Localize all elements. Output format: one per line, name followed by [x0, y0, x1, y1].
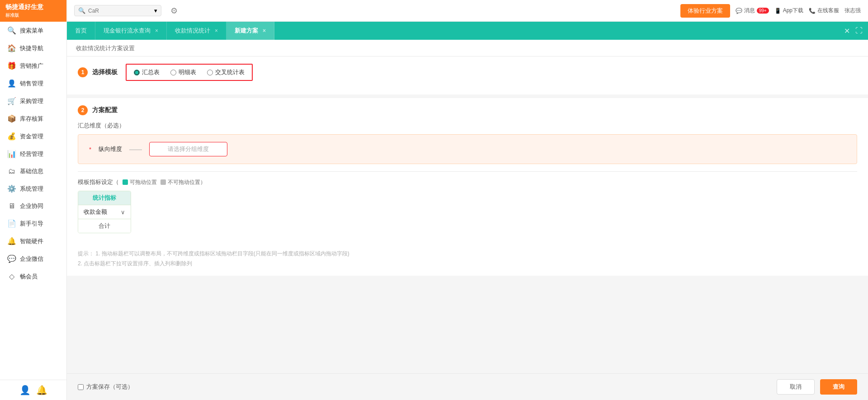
- sidebar-item-marketing[interactable]: 🎁营销推广: [0, 57, 66, 75]
- sidebar-item-operations[interactable]: 📊经营管理: [0, 145, 66, 163]
- user-bottom-icon[interactable]: 👤: [19, 385, 31, 395]
- metrics-dropdown-btn[interactable]: ∨: [121, 209, 125, 216]
- search-icon: 🔍: [7, 26, 16, 35]
- cross-label: 交叉统计表: [215, 68, 245, 76]
- sidebar-item-basic[interactable]: 🗂基础信息: [0, 163, 66, 180]
- metrics-row[interactable]: 收款金额 ∨: [78, 205, 131, 219]
- industry-btn[interactable]: 体验行业方案: [680, 4, 730, 18]
- radio-summary[interactable]: [134, 70, 140, 75]
- sidebar-item-quick-nav[interactable]: 🏠快捷导航: [0, 39, 66, 57]
- sidebar-item-purchase[interactable]: 🛒采购管理: [0, 92, 66, 110]
- basic-icon: 🗂: [7, 167, 16, 175]
- fixed-badge: 不可拖动位置）: [160, 179, 206, 186]
- close-window-icon[interactable]: ✕: [844, 27, 850, 35]
- message-badge: 99+: [757, 8, 769, 14]
- tab-label-home: 首页: [75, 27, 87, 35]
- sidebar-label-marketing: 营销推广: [20, 62, 43, 70]
- tab-close-bank-flow[interactable]: ×: [155, 28, 158, 33]
- sidebar-item-finance[interactable]: 💰资金管理: [0, 127, 66, 145]
- sidebar-item-wechat[interactable]: 💬企业微信: [0, 250, 66, 268]
- sidebar-item-member[interactable]: ◇畅会员: [0, 268, 66, 285]
- metrics-total: 合计: [78, 219, 131, 233]
- topbar-search-box[interactable]: 🔍 ▾: [74, 5, 161, 16]
- tab-new-plan[interactable]: 新建方案×: [226, 22, 274, 40]
- quick-nav-icon: 🏠: [7, 44, 16, 52]
- inventory-icon: 📦: [7, 114, 16, 123]
- tab-label-collection-stat: 收款情况统计: [175, 27, 210, 35]
- topbar: 🔍 ▾ ⚙ 体验行业方案 💬 消息 99+ 📱 App下载 📞 在线客服 张志强: [67, 0, 868, 22]
- gear-button[interactable]: ⚙: [169, 6, 179, 16]
- sidebar-item-system[interactable]: ⚙️系统管理: [0, 180, 66, 198]
- expand-window-icon[interactable]: ⛶: [855, 27, 863, 35]
- finance-icon: 💰: [7, 132, 16, 141]
- tab-bank-flow[interactable]: 现金银行流水查询×: [95, 22, 167, 40]
- sidebar-item-inventory[interactable]: 📦库存核算: [0, 110, 66, 127]
- save-label: 方案保存（可选）: [86, 383, 133, 391]
- vertical-dimension-label: 纵向维度: [99, 145, 122, 153]
- fixed-dot: [160, 179, 166, 185]
- movable-label: 可拖动位置: [130, 179, 157, 186]
- online-service-item[interactable]: 📞 在线客服: [809, 7, 839, 14]
- metrics-table: 统计指标 收款金额 ∨ 合计: [78, 191, 131, 233]
- tab-collection-stat[interactable]: 收款情况统计×: [167, 22, 226, 40]
- step1-title: 选择模板: [92, 68, 118, 76]
- page-footer: 方案保存（可选） 取消 查询: [67, 373, 868, 400]
- summary-label: 汇总表: [142, 68, 160, 76]
- app-download-item[interactable]: 📱 App下载: [774, 7, 803, 14]
- sidebar-item-sales[interactable]: 👤销售管理: [0, 75, 66, 92]
- user-name[interactable]: 张志强: [844, 7, 861, 14]
- sidebar-logo-sub: 标准版: [5, 12, 43, 19]
- fixed-label: 不可拖动位置）: [168, 179, 206, 186]
- sidebar-item-guide[interactable]: 📄新手引导: [0, 215, 66, 232]
- page-content: 收款情况统计方案设置 1 选择模板 汇总表 明细表: [67, 40, 868, 373]
- online-service-label: 在线客服: [817, 7, 839, 14]
- radio-detail[interactable]: [170, 70, 176, 75]
- cancel-button[interactable]: 取消: [777, 379, 815, 395]
- sidebar-label-sales: 销售管理: [20, 80, 43, 88]
- tab-close-collection-stat[interactable]: ×: [215, 28, 218, 33]
- service-icon: 📞: [809, 8, 816, 14]
- tab-close-new-plan[interactable]: ×: [263, 28, 266, 33]
- page-header: 收款情况统计方案设置: [67, 40, 868, 56]
- template-detail[interactable]: 明细表: [170, 68, 196, 76]
- sidebar-bottom: 👤 🔔: [0, 380, 66, 400]
- search-input[interactable]: [88, 8, 151, 14]
- save-checkbox[interactable]: [78, 384, 84, 390]
- tab-label-new-plan: 新建方案: [235, 27, 258, 35]
- save-checkbox-label[interactable]: 方案保存（可选）: [78, 383, 133, 391]
- sidebar-label-search: 搜索菜单: [20, 27, 43, 35]
- movable-dot: [123, 179, 128, 185]
- wechat-icon: 💬: [7, 254, 16, 263]
- guide-icon: 📄: [7, 219, 16, 228]
- radio-cross[interactable]: [207, 70, 213, 75]
- dimension-label: 汇总维度（必选）: [78, 122, 857, 130]
- metrics-label: 模板指标设定（: [78, 178, 119, 186]
- sidebar-label-finance: 资金管理: [20, 132, 43, 141]
- query-button[interactable]: 查询: [820, 379, 857, 395]
- template-cross[interactable]: 交叉统计表: [207, 68, 245, 76]
- system-icon: ⚙️: [7, 184, 16, 193]
- sidebar-item-search[interactable]: 🔍搜索菜单: [0, 22, 66, 39]
- message-item[interactable]: 💬 消息 99+: [736, 7, 769, 14]
- sidebar-label-operations: 经营管理: [20, 150, 43, 158]
- hint-text: 2. 点击标题栏下拉可设置排序、插入列和删除列: [78, 259, 857, 269]
- sidebar-item-collab[interactable]: 🖥企业协同: [0, 198, 66, 215]
- message-label: 消息: [744, 7, 755, 14]
- message-icon: 💬: [736, 8, 742, 14]
- sidebar-label-inventory: 库存核算: [20, 115, 43, 123]
- topbar-actions: 体验行业方案 💬 消息 99+ 📱 App下载 📞 在线客服 张志强: [680, 4, 861, 18]
- dimension-selector[interactable]: 请选择分组维度: [149, 142, 227, 156]
- sidebar-label-wechat: 企业微信: [20, 255, 43, 263]
- collab-icon: 🖥: [7, 202, 16, 210]
- template-summary[interactable]: 汇总表: [134, 68, 160, 76]
- sidebar-item-hardware[interactable]: 🔔智能硬件: [0, 232, 66, 250]
- sidebar-logo: 畅捷通好生意 标准版: [0, 0, 66, 22]
- movable-badge: 可拖动位置: [123, 179, 157, 186]
- hint-text: 提示： 1. 拖动标题栏可以调整布局，不可跨维度或指标区域拖动栏目字段(只能在同…: [78, 249, 857, 259]
- template-options: 汇总表 明细表 交叉统计表: [126, 64, 253, 81]
- metrics-settings: 模板指标设定（ 可拖动位置 不可拖动位置） 统计指标 收款金额 ∨: [78, 171, 857, 235]
- tabbar-right: ✕ ⛶: [839, 22, 868, 40]
- search-icon: 🔍: [78, 7, 85, 14]
- tab-home[interactable]: 首页: [67, 22, 95, 40]
- bell-bottom-icon[interactable]: 🔔: [36, 385, 47, 395]
